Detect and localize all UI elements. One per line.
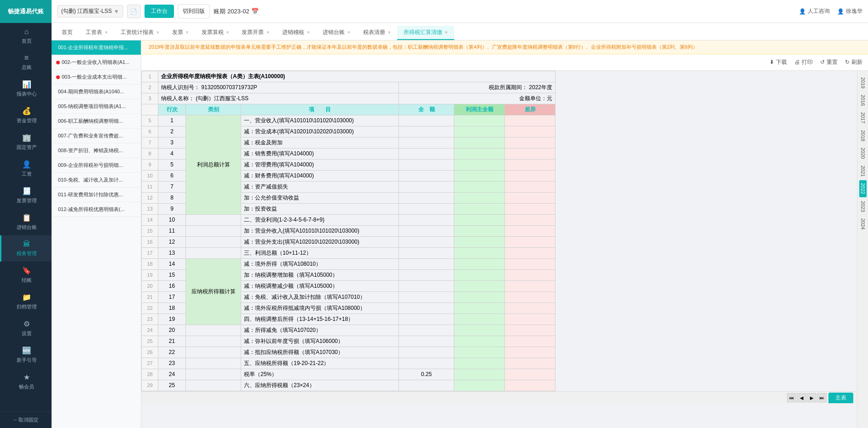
- row-num-3: 3: [142, 93, 158, 104]
- form-list-item-012[interactable]: 012-减免所得税优惠明细表(...: [52, 202, 141, 217]
- sheet-tab-main[interactable]: 主表: [828, 393, 853, 403]
- sidebar-item-close[interactable]: 🔖 结账: [0, 262, 52, 288]
- form-list-item-005[interactable]: 005-纳税调整项目明细表(A1...: [52, 99, 141, 114]
- table-row: 28 24 税率（25%） 0.25: [142, 369, 556, 380]
- year-nav-2024[interactable]: 2024: [859, 216, 867, 232]
- sidebar-item-home[interactable]: ⌂ 首页: [0, 23, 52, 49]
- form-list-item-010[interactable]: 010-免税、减计收入及加计...: [52, 173, 141, 188]
- year-nav-2017[interactable]: 2017: [859, 109, 867, 126]
- tab-payroll-stats[interactable]: 工资统计报表 ×: [114, 26, 166, 40]
- year-nav-2021[interactable]: 2021: [859, 163, 867, 179]
- tab-invoice[interactable]: 发票 ×: [166, 26, 195, 40]
- reset-button[interactable]: ↺ 重置: [820, 58, 838, 66]
- form-list-item-002[interactable]: 002-一般企业收入明细表(A1...: [52, 55, 141, 70]
- form-list-item-006[interactable]: 006-职工薪酬纳税调整明细...: [52, 114, 141, 129]
- main-content: (勾删) 江西服宝-LSS ▼ 📄 工作台 切到旧版 账期 2023-02 📅 …: [52, 0, 868, 428]
- close-tab-invoice[interactable]: ×: [186, 30, 189, 35]
- tab-tax-clearance[interactable]: 税表清册 ×: [357, 26, 397, 40]
- form-list-item-008[interactable]: 008-资产折旧、摊销及纳税...: [52, 143, 141, 158]
- status-dot-003: [56, 75, 60, 79]
- table-row: 25 21 减：弥补以前年度亏损（填写A106000）: [142, 336, 556, 347]
- year-nav-2020[interactable]: 2020: [859, 145, 867, 161]
- refresh-button[interactable]: ↻ 刷新: [845, 58, 862, 66]
- period-selector[interactable]: 账期 2023-02 📅: [214, 7, 259, 16]
- document-icon-button[interactable]: 📄: [127, 5, 141, 18]
- sidebar-item-label: 工资: [22, 171, 32, 177]
- col-header-category: 类别: [186, 104, 241, 115]
- row-num-2: 2: [142, 82, 158, 93]
- form-list-item-007[interactable]: 007-广告费和业务宣传费超...: [52, 129, 141, 143]
- close-tab-payroll[interactable]: ×: [105, 30, 108, 35]
- sidebar-item-label: 首页: [22, 38, 32, 45]
- sidebar-item-settings[interactable]: ⚙ 设置: [0, 315, 52, 342]
- company-selector[interactable]: (勾删) 江西服宝-LSS ▼: [57, 5, 123, 17]
- close-tab-sales-ledger[interactable]: ×: [347, 30, 350, 35]
- col-header-rownum: [142, 104, 158, 115]
- form-list-item-009[interactable]: 009-企业所得税补亏损明细...: [52, 158, 141, 173]
- sheet-nav-first[interactable]: ⏮: [787, 393, 796, 402]
- tab-sales-check[interactable]: 进销稽核 ×: [276, 26, 316, 40]
- user-profile[interactable]: 👤 徐逸华: [837, 7, 862, 15]
- sidebar-item-archive[interactable]: 📁 归档管理: [0, 288, 52, 315]
- sidebar-item-fund[interactable]: 💰 资金管理: [0, 102, 52, 129]
- tab-home[interactable]: 首页: [55, 26, 79, 40]
- table-row: 18 14 应纳税所得额计算 减：境外所得（填写A108010）: [142, 258, 556, 269]
- tax-icon: 🏛: [23, 240, 30, 248]
- close-tab-tax-clearance[interactable]: ×: [388, 30, 391, 35]
- sidebar-item-label: 发票管理: [17, 197, 37, 204]
- archive-icon: 📁: [22, 293, 31, 302]
- form-list-item-004[interactable]: 004-期间费用明细表(A1040...: [52, 85, 141, 99]
- tab-invoice-tax[interactable]: 发票算税 ×: [195, 26, 236, 40]
- year-nav-2023[interactable]: 2023: [859, 198, 867, 215]
- sheet-tabs: ⏮ ◀ ▶ ⏭ 主表: [141, 391, 857, 404]
- tab-sales-ledger[interactable]: 进销台账 ×: [316, 26, 357, 40]
- sidebar-item-ledger[interactable]: ≡ 总账: [0, 49, 52, 75]
- workbench-button[interactable]: 工作台: [145, 5, 174, 18]
- year-nav-2019[interactable]: 2019: [859, 74, 867, 91]
- table-row: 24 20 减：所得减免（填写A107020）: [142, 325, 556, 336]
- table-row: 16 12 减：营业外支出(填写A102010\102020\103000): [142, 236, 556, 247]
- close-tab-invoice-tax[interactable]: ×: [226, 30, 229, 35]
- year-nav-2016[interactable]: 2016: [859, 92, 867, 108]
- close-tab-invoice-open[interactable]: ×: [266, 30, 269, 35]
- sidebar-pin-toggle[interactable]: ←取消固定: [0, 411, 52, 428]
- sidebar-item-fixed-assets[interactable]: 🏢 固定资产: [0, 129, 52, 155]
- tab-payroll[interactable]: 工资表 ×: [79, 26, 114, 40]
- form-list-item-001[interactable]: 001-企业所得税年度纳税申报...: [52, 40, 141, 55]
- form-list-item-003[interactable]: 003-一般企业成本支出明细...: [52, 70, 141, 85]
- old-version-button[interactable]: 切到旧版: [178, 4, 210, 18]
- sheet-wrapper[interactable]: 1 企业所得税年度纳税申报表（A类）主表(A100000) 2 纳税人识别号：: [141, 71, 857, 428]
- tabbar: 首页 工资表 × 工资统计报表 × 发票 × 发票算税 × 发票开票 ×: [52, 23, 868, 40]
- close-tab-sales-check[interactable]: ×: [307, 30, 310, 35]
- form-list-item-011[interactable]: 011-研发费用加计扣除优惠...: [52, 188, 141, 202]
- close-tab-income-tax[interactable]: ×: [445, 30, 448, 35]
- sheet-nav-next[interactable]: ▶: [807, 393, 816, 402]
- sheet-nav-last[interactable]: ⏭: [817, 393, 827, 402]
- sheet-nav-prev[interactable]: ◀: [797, 393, 806, 402]
- sidebar-item-sales[interactable]: 📋 进销台账: [0, 209, 52, 235]
- warning-text: 2019年度涉及取以前年度延续数据的申报表单元格需要手工维护正确，才能保证本年及…: [149, 44, 698, 50]
- ai-consult-button[interactable]: 👤 人工咨询: [799, 7, 830, 15]
- year-nav-2022[interactable]: 2022: [859, 180, 867, 197]
- period-value: 2023-02: [227, 8, 249, 15]
- fund-icon: 💰: [22, 107, 31, 115]
- print-button[interactable]: 🖨 打印: [794, 58, 813, 66]
- sidebar-item-payroll[interactable]: 👤 工资: [0, 155, 52, 182]
- print-icon: 🖨: [794, 59, 800, 65]
- download-button[interactable]: ⬇ 下载: [770, 58, 787, 66]
- tab-invoice-open[interactable]: 发票开票 ×: [235, 26, 276, 40]
- sidebar-item-guide[interactable]: 🆕 新手引导: [0, 342, 52, 368]
- sidebar-item-report[interactable]: 📊 报表中心: [0, 75, 52, 102]
- sheet-nav-left: ⏮ ◀ ▶ ⏭: [787, 393, 827, 402]
- year-nav-2018[interactable]: 2018: [859, 127, 867, 144]
- member-icon: ★: [23, 373, 30, 382]
- sidebar-item-tax[interactable]: 🏛 税务管理: [0, 235, 52, 262]
- tab-income-tax[interactable]: 所得税汇算清缴 ×: [397, 26, 454, 40]
- close-icon: 🔖: [22, 266, 31, 275]
- taxpayer-name-cell: 纳税人名称： (勾删）江西服宝-LSS: [158, 93, 399, 104]
- fixed-assets-icon: 🏢: [22, 133, 31, 142]
- payroll-icon: 👤: [22, 160, 31, 169]
- close-tab-payroll-stats[interactable]: ×: [156, 30, 159, 35]
- sidebar-item-invoice[interactable]: 🧾 发票管理: [0, 182, 52, 209]
- sidebar-item-member[interactable]: ★ 畅会员: [0, 368, 52, 395]
